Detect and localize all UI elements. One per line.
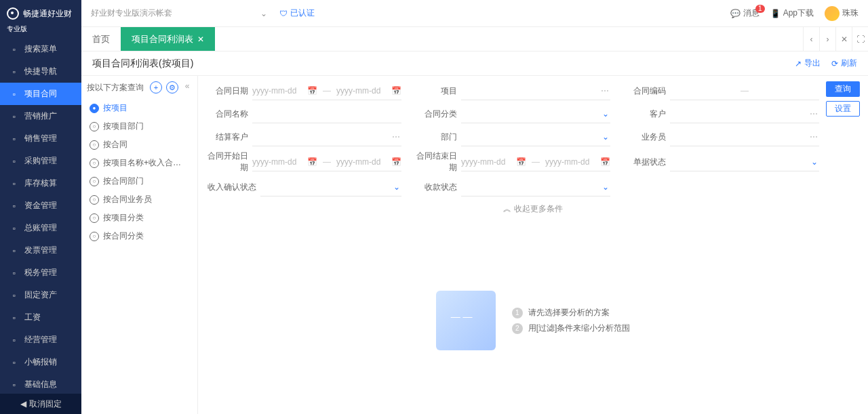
input-salesman[interactable]: ⋯ (670, 127, 819, 146)
input-contract-date[interactable]: yyyy-mm-dd 📅 — yyyy-mm-dd 📅 (252, 81, 401, 100)
input-bill-status[interactable]: ⌄ (670, 152, 819, 171)
scheme-item-4[interactable]: ○按合同部门 (87, 172, 192, 190)
sidebar-item-5[interactable]: ▫采购管理 (0, 150, 81, 172)
app-download-button[interactable]: 📱 App下载 (770, 7, 814, 19)
tabs-next-button[interactable]: › (819, 27, 835, 51)
tabs-prev-button[interactable]: ‹ (803, 27, 819, 51)
scheme-item-1[interactable]: ○按项目部门 (87, 117, 192, 136)
chevron-down-icon[interactable]: ⌄ (811, 157, 818, 167)
field-contract-code: 合同编码 — (624, 81, 819, 100)
sidebar-item-4[interactable]: ▫销售管理 (0, 127, 81, 150)
sidebar-item-label: 销售管理 (24, 133, 57, 144)
settings-button[interactable]: 设置 (826, 101, 860, 117)
input-contract-category[interactable]: ⌄ (461, 104, 610, 123)
sidebar-item-6[interactable]: ▫库存核算 (0, 172, 81, 194)
tabs-fullscreen-button[interactable]: ⛶ (852, 27, 868, 51)
input-settle-customer[interactable]: ⋯ (252, 127, 401, 146)
scheme-item-6[interactable]: ○按项目分类 (87, 209, 192, 227)
sidebar-item-2[interactable]: ▫项目合同 (0, 83, 81, 105)
sidebar-item-3[interactable]: ▫营销推广 (0, 105, 81, 127)
doc-icon: ▫ (9, 89, 19, 99)
query-button[interactable]: 查询 (826, 81, 860, 97)
sidebar-item-8[interactable]: ▫总账管理 (0, 217, 81, 239)
tab-home[interactable]: 首页 (81, 27, 121, 51)
scheme-add-button[interactable]: + (150, 81, 162, 94)
user-menu[interactable]: 珠珠 (825, 6, 859, 21)
sidebar-unpin[interactable]: ◀ 取消固定 (0, 394, 81, 414)
sidebar-item-12[interactable]: ▫工资 (0, 306, 81, 329)
sidebar-item-7[interactable]: ▫资金管理 (0, 194, 81, 217)
empty-step-2: 2 用[过滤]条件来缩小分析范围 (512, 323, 631, 334)
label-income-status: 收入确认状态 (206, 182, 260, 193)
grid-icon: ▫ (9, 112, 19, 121)
messages-badge: 1 (755, 5, 765, 13)
calendar-icon[interactable]: 📅 (307, 157, 317, 167)
tab-close-icon[interactable]: ✕ (197, 35, 204, 44)
input-contract-code[interactable]: — (670, 81, 819, 100)
sidebar-item-15[interactable]: ▫基础信息 (0, 373, 81, 394)
calendar-icon[interactable]: 📅 (516, 157, 526, 167)
org-selector[interactable]: 好业财专业版演示帐套 ⌄ (91, 7, 267, 19)
verified-badge[interactable]: 🛡 已认证 (279, 7, 315, 19)
refresh-button[interactable]: ⟳ 刷新 (831, 58, 857, 69)
chevron-down-icon[interactable]: ⌄ (602, 132, 609, 142)
tab-home-label: 首页 (92, 33, 110, 45)
export-button[interactable]: ↗ 导出 (795, 58, 821, 69)
scheme-item-5[interactable]: ○按合同业务员 (87, 190, 192, 209)
tax-icon: ▫ (9, 268, 19, 278)
scheme-item-7[interactable]: ○按合同分类 (87, 227, 192, 245)
sidebar-item-0[interactable]: ▫搜索菜单 (0, 38, 81, 60)
field-project: 项目 ⋯ (415, 81, 610, 100)
sidebar-item-9[interactable]: ▫发票管理 (0, 239, 81, 262)
lookup-icon[interactable]: ⋯ (601, 86, 609, 96)
sidebar-item-10[interactable]: ▫税务管理 (0, 262, 81, 284)
logo: 畅捷通好业财 (0, 0, 81, 27)
input-contract-end[interactable]: yyyy-mm-dd 📅 — yyyy-mm-dd 📅 (461, 152, 610, 171)
collapse-filters-button[interactable]: ︽ 收起更多条件 (206, 203, 860, 215)
sidebar-item-14[interactable]: ▫小畅报销 (0, 351, 81, 373)
scheme-item-icon: ○ (90, 232, 99, 241)
phone-icon: 📱 (770, 9, 781, 18)
sidebar-item-11[interactable]: ▫固定资产 (0, 284, 81, 306)
empty-state: 1 请先选择要分析的方案 2 用[过滤]条件来缩小分析范围 (198, 227, 868, 414)
scheme-settings-button[interactable]: ⚙ (166, 81, 178, 94)
tabs-close-button[interactable]: ✕ (835, 27, 852, 51)
contract-end-from[interactable]: yyyy-mm-dd (461, 157, 516, 167)
page-header-actions: ↗ 导出 ⟳ 刷新 (795, 58, 857, 69)
chevron-down-icon[interactable]: ⌄ (393, 182, 400, 192)
scheme-item-0[interactable]: ●按项目 (87, 99, 192, 117)
scheme-collapse-button[interactable]: « (182, 81, 192, 91)
lookup-icon[interactable]: ⋯ (392, 132, 400, 142)
input-contract-name[interactable] (252, 104, 401, 123)
contract-start-from[interactable]: yyyy-mm-dd (252, 157, 307, 167)
input-dept[interactable]: ⌄ (461, 127, 610, 146)
lookup-icon[interactable]: ⋯ (810, 132, 818, 142)
messages-button[interactable]: 💬 消息 1 (730, 7, 760, 19)
lookup-icon[interactable]: ⋯ (810, 109, 818, 119)
tab-active[interactable]: 项目合同利润表 ✕ (121, 27, 215, 51)
sidebar-item-1[interactable]: ▫快捷导航 (0, 60, 81, 83)
contract-start-to[interactable]: yyyy-mm-dd (336, 157, 391, 167)
field-contract-category: 合同分类 ⌄ (415, 104, 610, 123)
scheme-item-3[interactable]: ○按项目名称+收入合… (87, 154, 192, 172)
input-contract-start[interactable]: yyyy-mm-dd 📅 — yyyy-mm-dd 📅 (252, 152, 401, 171)
contract-end-to[interactable]: yyyy-mm-dd (545, 157, 600, 167)
chevron-down-icon[interactable]: ⌄ (602, 182, 609, 192)
input-receipt-status[interactable]: ⌄ (461, 178, 610, 196)
scheme-panel: 按以下方案查询 + ⚙ « ●按项目○按项目部门○按合同○按项目名称+收入合…○… (81, 76, 198, 414)
calendar-icon[interactable]: 📅 (391, 86, 401, 96)
calendar-icon[interactable]: 📅 (391, 157, 401, 167)
scheme-item-label: 按合同部门 (103, 175, 144, 187)
input-income-status[interactable]: ⌄ (260, 178, 401, 196)
user-name: 珠珠 (842, 7, 859, 19)
calendar-icon[interactable]: 📅 (600, 157, 610, 167)
calendar-icon[interactable]: 📅 (307, 86, 317, 96)
chevron-down-icon[interactable]: ⌄ (602, 109, 609, 119)
input-project[interactable]: ⋯ (461, 81, 610, 100)
sidebar-item-13[interactable]: ▫经营管理 (0, 329, 81, 351)
label-contract-name: 合同名称 (206, 108, 252, 120)
input-customer[interactable]: ⋯ (670, 104, 819, 123)
contract-date-start[interactable]: yyyy-mm-dd (252, 86, 307, 96)
contract-date-end[interactable]: yyyy-mm-dd (336, 86, 391, 96)
scheme-item-2[interactable]: ○按合同 (87, 136, 192, 154)
